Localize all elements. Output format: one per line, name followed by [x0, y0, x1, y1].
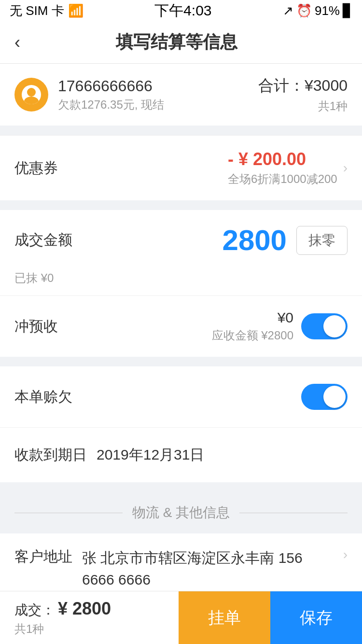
address-chevron-icon: ›	[343, 547, 348, 562]
prepaid-right: ¥0 应收金额 ¥2800	[212, 309, 348, 343]
location-icon: ↗	[283, 3, 293, 18]
coupon-desc: 全场6折满1000减200	[228, 171, 337, 187]
prepaid-receivable: 应收金额 ¥2800	[212, 328, 293, 343]
total-amount: ¥3000	[305, 77, 348, 94]
user-phone: 17666666666	[58, 77, 164, 95]
pending-button[interactable]: 挂单	[179, 591, 270, 644]
status-left: 无 SIM 卡 📶	[10, 2, 84, 19]
prepaid-label: 冲预收	[14, 317, 58, 336]
debt-toggle[interactable]	[301, 384, 348, 410]
due-label: 收款到期日	[14, 445, 87, 465]
bottom-deal-label: 成交：	[14, 601, 55, 619]
debt-label: 本单赊欠	[14, 387, 72, 407]
user-total: 合计：¥3000 共1种	[258, 75, 348, 114]
deal-right: 2800 抹零	[223, 224, 348, 257]
prepaid-row: 冲预收 ¥0 应收金额 ¥2800	[0, 295, 362, 357]
back-button[interactable]: ‹	[14, 32, 20, 53]
user-row: 17666666666 欠款1276.35元, 现结 合计：¥3000 共1种	[0, 64, 362, 126]
round-zero-button[interactable]: 抹零	[296, 226, 348, 255]
address-value: 张 北京市市辖区海淀区永丰南 156 6666 6666	[72, 547, 343, 590]
page-title: 填写结算等信息	[30, 30, 323, 54]
bottom-summary: 成交： ¥ 2800 共1种	[0, 599, 179, 637]
coupon-info: - ¥ 200.00 全场6折满1000减200	[228, 149, 337, 187]
status-time: 下午4:03	[154, 1, 211, 21]
deal-section: 成交金额 2800 抹零 已抹 ¥0 冲预收 ¥0 应收金额 ¥2800	[0, 210, 362, 357]
status-right: ↗ ⏰ 91% ▊	[283, 3, 352, 18]
address-label: 客户地址	[14, 547, 72, 567]
coupon-amount: - ¥ 200.00	[228, 149, 337, 169]
avatar	[14, 78, 48, 112]
debt-section: 本单赊欠 收款到期日 2019年12月31日	[0, 366, 362, 482]
bottom-count: 共1种	[14, 621, 164, 637]
logistics-line-left	[14, 513, 123, 513]
coupon-row[interactable]: 优惠券 - ¥ 200.00 全场6折满1000减200 ›	[0, 135, 362, 200]
prepaid-amount: ¥0	[212, 309, 293, 326]
content: 17666666666 欠款1276.35元, 现结 合计：¥3000 共1种 …	[0, 64, 362, 644]
deal-label: 成交金额	[14, 230, 72, 250]
logistics-line-right	[239, 513, 348, 513]
total-label: 合计：	[258, 77, 305, 94]
logistics-header: 物流 & 其他信息	[0, 492, 362, 533]
battery-level: 91%	[315, 3, 340, 18]
user-info: 17666666666 欠款1276.35元, 现结	[58, 77, 164, 112]
due-date-row: 收款到期日 2019年12月31日	[0, 427, 362, 482]
avatar-icon	[22, 85, 41, 104]
status-bar: 无 SIM 卡 📶 下午4:03 ↗ ⏰ 91% ▊	[0, 0, 362, 21]
user-left: 17666666666 欠款1276.35元, 现结	[14, 77, 164, 112]
deal-amount: 2800	[223, 224, 287, 257]
deal-row: 成交金额 2800 抹零	[0, 210, 362, 270]
deal-sub: 已抹 ¥0	[0, 270, 362, 295]
wifi-icon: 📶	[68, 3, 84, 18]
coupon-right: - ¥ 200.00 全场6折满1000减200 ›	[228, 149, 348, 187]
alarm-icon: ⏰	[296, 3, 312, 18]
chevron-icon: ›	[343, 160, 348, 176]
prepaid-toggle[interactable]	[301, 313, 348, 339]
battery-icon: ▊	[343, 3, 352, 18]
nav-bar: ‹ 填写结算等信息	[0, 21, 362, 64]
prepaid-amount-col: ¥0 应收金额 ¥2800	[212, 309, 293, 343]
bottom-deal: 成交： ¥ 2800	[14, 599, 164, 619]
coupon-label: 优惠券	[14, 158, 58, 178]
user-total-amount: 合计：¥3000	[258, 75, 348, 97]
bottom-deal-amount: ¥ 2800	[58, 599, 111, 619]
sim-label: 无 SIM 卡	[10, 2, 64, 19]
save-button[interactable]: 保存	[270, 591, 362, 644]
logistics-label: 物流 & 其他信息	[132, 504, 230, 522]
user-debt: 欠款1276.35元, 现结	[58, 97, 164, 112]
user-total-count: 共1种	[258, 98, 348, 114]
debt-row: 本单赊欠	[0, 366, 362, 427]
due-value: 2019年12月31日	[97, 445, 204, 465]
user-card: 17666666666 欠款1276.35元, 现结 合计：¥3000 共1种	[0, 64, 362, 126]
coupon-section: 优惠券 - ¥ 200.00 全场6折满1000减200 ›	[0, 135, 362, 200]
bottom-bar: 成交： ¥ 2800 共1种 挂单 保存	[0, 591, 362, 644]
